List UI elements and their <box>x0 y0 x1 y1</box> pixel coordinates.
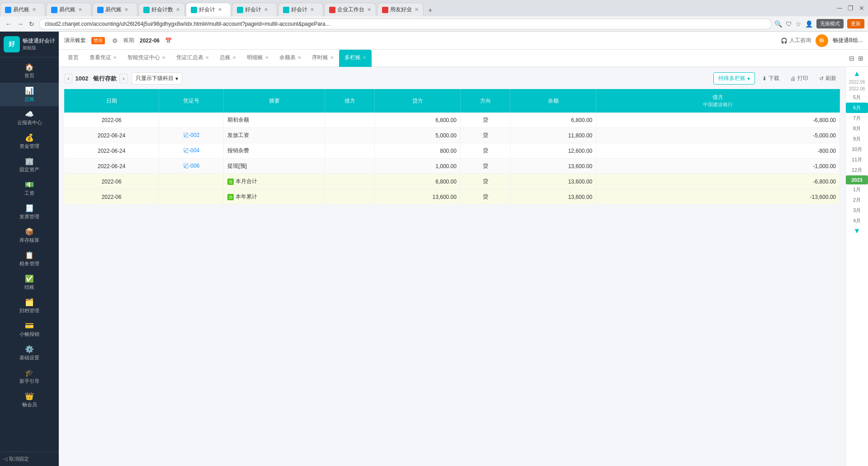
sidebar-item-expense[interactable]: 💳 小畅报销 <box>0 318 59 341</box>
browser-tab-1[interactable]: 易代账 ✕ <box>46 3 91 16</box>
filter-dropdown[interactable]: 只显示下级科目 ▾ <box>132 72 182 85</box>
calendar-icon[interactable]: 📅 <box>165 38 172 44</box>
tab-close-5[interactable]: ✕ <box>264 7 268 13</box>
sidebar-item-label-reports: 云报表中心 <box>17 119 42 126</box>
tab-close-voucher[interactable]: ✕ <box>113 55 117 60</box>
tab-close-0[interactable]: ✕ <box>32 7 36 13</box>
search-icon[interactable]: 🔍 <box>774 20 782 28</box>
address-input[interactable] <box>39 19 772 29</box>
maximize-btn[interactable]: ❐ <box>848 5 854 12</box>
row-type-icon: 合 <box>227 179 234 185</box>
sidebar-item-invoice[interactable]: 🧾 发票管理 <box>0 200 59 224</box>
browser-tab-5[interactable]: 好会计 ✕ <box>232 3 277 16</box>
timeline-scroll-up[interactable]: ▲ <box>853 69 862 79</box>
multi-column-button[interactable]: 特殊多栏账 ▾ <box>713 72 755 85</box>
prev-account-button[interactable]: ‹ <box>64 74 72 83</box>
tab-voucher-view[interactable]: 查看凭证 ✕ <box>84 50 122 67</box>
tab-voucher-summary[interactable]: 凭证汇总表 ✕ <box>171 50 214 67</box>
tab-close-1[interactable]: ✕ <box>78 7 82 13</box>
browser-tab-6[interactable]: 好会计 ✕ <box>278 3 323 16</box>
tab-smart-voucher[interactable]: 智能凭证中心 ✕ <box>122 50 171 67</box>
account-settings-icon[interactable]: ⚙ <box>112 37 118 44</box>
timeline-scroll-down[interactable]: ▼ <box>853 226 862 236</box>
collapse-icon[interactable]: ⊟ <box>848 54 855 63</box>
tab-close-3[interactable]: ✕ <box>176 7 180 13</box>
timeline-month-9[interactable]: 9月 <box>846 134 868 144</box>
reload-button[interactable]: ↻ <box>27 19 36 29</box>
browser-tab-3[interactable]: 好会计数 ✕ <box>138 3 185 16</box>
browser-tab-2[interactable]: 易代账 ✕ <box>92 3 137 16</box>
minimize-btn[interactable]: ─ <box>837 4 842 12</box>
sidebar-item-archive[interactable]: 🗂️ 归档管理 <box>0 294 59 318</box>
voucher-link[interactable]: 记-002 <box>183 132 199 138</box>
tab-close-8[interactable]: ✕ <box>415 7 419 13</box>
next-account-button[interactable]: › <box>119 74 127 83</box>
sidebar-item-reports[interactable]: ☁️ 云报表中心 <box>0 106 59 130</box>
tab-close-4[interactable]: ✕ <box>218 7 222 13</box>
close-btn[interactable]: ✕ <box>859 5 864 12</box>
timeline-month-1[interactable]: 1月 <box>846 184 868 195</box>
forward-button[interactable]: → <box>15 19 25 29</box>
voucher-link[interactable]: 记-004 <box>183 147 199 154</box>
tab-close-sequence[interactable]: ✕ <box>330 55 334 60</box>
logo-text-block: 畅捷通好会计 旗舰版 <box>23 38 55 51</box>
voucher-link[interactable]: 记-006 <box>183 163 199 169</box>
browser-tab-7[interactable]: 企业工作台 ✕ <box>324 3 376 16</box>
cell-debit <box>325 128 374 143</box>
refresh-button[interactable]: ↺ 刷新 <box>816 73 840 84</box>
tab-close-multi[interactable]: ✕ <box>363 55 366 60</box>
timeline-month-5[interactable]: 5月 <box>846 92 868 103</box>
download-button[interactable]: ⬇ 下载 <box>759 73 783 84</box>
sidebar-item-close[interactable]: ✅ 结账 <box>0 271 59 294</box>
tab-close-general[interactable]: ✕ <box>232 55 236 60</box>
tab-general-ledger[interactable]: 总账 ✕ <box>214 50 241 67</box>
sidebar-item-salary[interactable]: 💵 工资 <box>0 177 59 200</box>
cell-direction: 贷 <box>460 128 510 143</box>
timeline-month-3[interactable]: 3月 <box>846 205 868 216</box>
sidebar-item-settings[interactable]: ⚙️ 基础设置 <box>0 341 59 365</box>
print-button[interactable]: 🖨 打印 <box>787 73 812 84</box>
tab-close-2[interactable]: ✕ <box>124 7 128 13</box>
tab-close-6[interactable]: ✕ <box>310 7 314 13</box>
star-icon[interactable]: ☆ <box>796 20 802 28</box>
content-area: ‹ 1002 银行存款 › 只显示下级科目 ▾ <box>59 67 868 466</box>
tab-add-button[interactable]: + <box>425 5 436 16</box>
sidebar-item-guide[interactable]: 🎓 新手引导 <box>0 365 59 388</box>
timeline-month-12[interactable]: 12月 <box>846 165 868 175</box>
timeline-month-11[interactable]: 11月 <box>846 155 868 165</box>
sidebar-item-ledger[interactable]: 📊 总账 <box>0 83 59 106</box>
sidebar-item-fund[interactable]: 💰 资金管理 <box>0 130 59 153</box>
expand-icon[interactable]: ⊞ <box>857 54 864 63</box>
timeline-month-10[interactable]: 10月 <box>846 144 868 155</box>
tab-close-7[interactable]: ✕ <box>367 7 371 13</box>
timeline-month-8[interactable]: 8月 <box>846 123 868 134</box>
tab-sequence[interactable]: 序时账 ✕ <box>307 50 339 67</box>
tab-close-smart[interactable]: ✕ <box>162 55 165 60</box>
pin-button[interactable]: ◁ 取消固定 <box>4 456 55 462</box>
sidebar-item-tax[interactable]: 📋 税务管理 <box>0 247 59 271</box>
timeline-month-4[interactable]: 4月 <box>846 216 868 226</box>
tab-balance[interactable]: 余额表 ✕ <box>274 50 307 67</box>
toolbar-actions: 特殊多栏账 ▾ ⬇ 下载 🖨 打印 ↺ 刷新 <box>713 72 840 85</box>
tab-close-detail[interactable]: ✕ <box>265 55 269 60</box>
tab-home[interactable]: 首页 <box>62 50 84 67</box>
tab-close-balance[interactable]: ✕ <box>297 55 301 60</box>
sidebar-item-assets[interactable]: 🏢 固定资产 <box>0 153 59 177</box>
browser-tab-4[interactable]: 好会计 ✕ <box>186 3 231 16</box>
tab-detail-ledger[interactable]: 明细账 ✕ <box>241 50 274 67</box>
sidebar-item-member[interactable]: 👑 畅会员 <box>0 388 59 412</box>
timeline-month-7[interactable]: 7月 <box>846 113 868 123</box>
update-button[interactable]: 更新 <box>847 19 864 28</box>
timeline-month-6[interactable]: 6月 <box>846 103 868 113</box>
back-button[interactable]: ← <box>4 19 14 29</box>
browser-tab-0[interactable]: 易代账 ✕ <box>0 3 45 16</box>
consult-button[interactable]: 🎧 人工咨询 <box>781 37 811 44</box>
profile-icon[interactable]: 👤 <box>805 20 813 28</box>
tab-close-summary[interactable]: ✕ <box>205 55 209 60</box>
sidebar-item-inventory[interactable]: 📦 库存核算 <box>0 224 59 247</box>
sidebar-item-home[interactable]: 🏠 首页 <box>0 59 59 83</box>
tab-multi-column[interactable]: 多栏账 ✕ <box>339 50 372 67</box>
browser-tab-8[interactable]: 用友好业 ✕ <box>377 3 424 16</box>
timeline-month-2[interactable]: 2月 <box>846 195 868 205</box>
stealth-button[interactable]: 无痕模式 <box>816 19 844 28</box>
